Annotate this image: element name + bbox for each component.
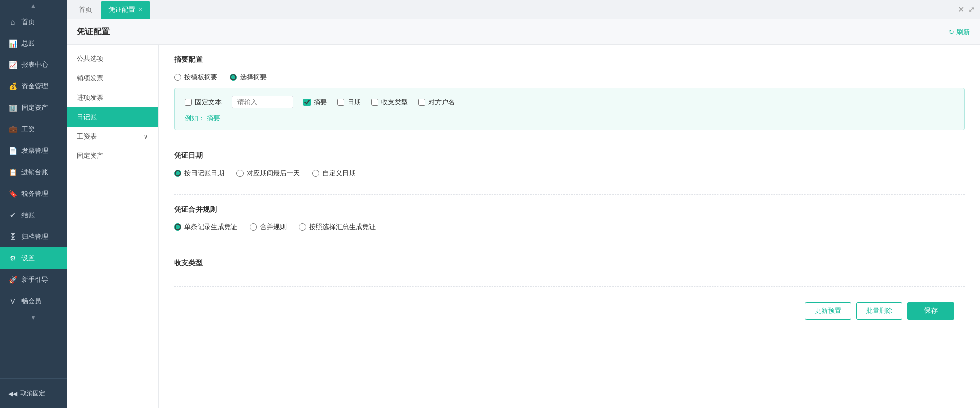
tab-close-icon[interactable]: ✕ bbox=[138, 6, 143, 13]
sidebar-item-ledger[interactable]: 📊 总账 bbox=[0, 33, 67, 54]
sidebar-scroll-up[interactable]: ▲ bbox=[0, 0, 67, 11]
radio-journal-date-input[interactable] bbox=[174, 170, 181, 177]
main-area: 首页 凭证配置 ✕ ✕ ⤢ 凭证配置 ↻ 刷新 公共选项 bbox=[67, 0, 980, 408]
tax-icon: 🔖 bbox=[8, 190, 17, 198]
archive-icon: 🗄 bbox=[8, 233, 17, 241]
nav-journal[interactable]: 日记账 bbox=[67, 107, 158, 127]
voucher-date-title: 凭证日期 bbox=[174, 151, 965, 161]
nav-fixed-assets[interactable]: 固定资产 bbox=[67, 146, 158, 166]
checkbox-date-input[interactable] bbox=[337, 99, 344, 106]
checkbox-summary[interactable]: 摘要 bbox=[303, 98, 327, 107]
nav-sales-invoice[interactable]: 销项发票 bbox=[67, 69, 158, 88]
sidebar-item-guide[interactable]: 🚀 新手引导 bbox=[0, 269, 67, 290]
summary-config-section: 摘要配置 按模板摘要 选择摘要 bbox=[174, 55, 965, 141]
left-nav: 公共选项 销项发票 进项发票 日记账 工资表 ∨ 固定资产 bbox=[67, 45, 159, 408]
window-close-icon[interactable]: ✕ bbox=[957, 5, 964, 14]
voucher-date-radio-group: 按日记账日期 对应期间最后一天 自定义日期 bbox=[174, 169, 965, 178]
window-expand-icon[interactable]: ⤢ bbox=[968, 5, 975, 14]
payroll-icon: 💼 bbox=[8, 125, 17, 133]
sidebar-item-invoice-mgmt[interactable]: 📄 发票管理 bbox=[0, 140, 67, 162]
checkbox-counterparty[interactable]: 对方户名 bbox=[418, 98, 455, 107]
invoice-mgmt-icon: 📄 bbox=[8, 147, 17, 155]
update-preview-button[interactable]: 更新预置 bbox=[805, 302, 851, 320]
summary-config-title: 摘要配置 bbox=[174, 55, 965, 64]
sidebar-item-assets[interactable]: 🏢 固定资产 bbox=[0, 97, 67, 119]
sidebar-item-settlement[interactable]: ✔ 结账 bbox=[0, 205, 67, 226]
radio-select-mode[interactable]: 选择摘要 bbox=[230, 73, 267, 82]
save-button[interactable]: 保存 bbox=[907, 302, 954, 320]
chevron-down-icon: ∨ bbox=[144, 133, 148, 140]
window-controls: ✕ ⤢ bbox=[957, 5, 975, 14]
checkbox-date[interactable]: 日期 bbox=[337, 98, 361, 107]
guide-icon: 🚀 bbox=[8, 276, 17, 284]
funds-icon: 💰 bbox=[8, 82, 17, 90]
summary-checkboxes: 固定文本 摘要 日期 bbox=[185, 96, 954, 108]
checkbox-income-type-input[interactable] bbox=[371, 99, 378, 106]
sidebar-item-settings[interactable]: ⚙ 设置 bbox=[0, 247, 67, 269]
sidebar-item-home[interactable]: ⌂ 首页 bbox=[0, 11, 67, 33]
income-type-title: 收支类型 bbox=[174, 259, 965, 268]
radio-merge-rule-input[interactable] bbox=[250, 223, 257, 231]
sidebar-scroll-down[interactable]: ▼ bbox=[0, 312, 67, 323]
batch-delete-button[interactable]: 批量删除 bbox=[856, 302, 902, 320]
merge-rules-title: 凭证合并规则 bbox=[174, 205, 965, 214]
radio-by-journal-date[interactable]: 按日记账日期 bbox=[174, 169, 224, 178]
settings-icon: ⚙ bbox=[8, 254, 17, 262]
sidebar-item-archive[interactable]: 🗄 归档管理 bbox=[0, 226, 67, 247]
radio-single-record[interactable]: 单条记录生成凭证 bbox=[174, 222, 237, 232]
tab-voucher-config[interactable]: 凭证配置 ✕ bbox=[101, 1, 150, 19]
reports-icon: 📈 bbox=[8, 61, 17, 69]
checkbox-summary-input[interactable] bbox=[303, 99, 311, 106]
voucher-date-section: 凭证日期 按日记账日期 对应期间最后一天 自定义日期 bbox=[174, 151, 965, 195]
purchase-sales-icon: 📋 bbox=[8, 168, 17, 176]
radio-template-input[interactable] bbox=[174, 74, 181, 81]
radio-custom-date[interactable]: 自定义日期 bbox=[312, 169, 356, 178]
sidebar: ▲ ⌂ 首页 📊 总账 📈 报表中心 💰 资金管理 🏢 固定资产 💼 工资 📄 … bbox=[0, 0, 67, 408]
example-text: 例如： 摘要 bbox=[185, 114, 954, 123]
page-header: 凭证配置 ↻ 刷新 bbox=[67, 19, 980, 45]
sidebar-item-purchase-sales[interactable]: 📋 进销台账 bbox=[0, 162, 67, 183]
ledger-icon: 📊 bbox=[8, 39, 17, 48]
checkbox-income-type[interactable]: 收支类型 bbox=[371, 98, 408, 107]
settlement-icon: ✔ bbox=[8, 211, 17, 219]
checkbox-counterparty-input[interactable] bbox=[418, 99, 425, 106]
radio-merge-rule[interactable]: 合并规则 bbox=[250, 222, 287, 232]
nav-purchase-invoice[interactable]: 进项发票 bbox=[67, 88, 158, 107]
action-bar: 更新预置 批量删除 保存 bbox=[174, 297, 965, 325]
nav-public-options[interactable]: 公共选项 bbox=[67, 49, 158, 69]
checkbox-fixed-text-input[interactable] bbox=[185, 99, 192, 106]
refresh-icon: ↻ bbox=[949, 28, 954, 36]
sidebar-bottom: ◀◀ 取消固定 bbox=[0, 378, 67, 408]
merge-rules-section: 凭证合并规则 单条记录生成凭证 合并规则 按照选择汇总生成凭证 bbox=[174, 205, 965, 248]
body-layout: 公共选项 销项发票 进项发票 日记账 工资表 ∨ 固定资产 bbox=[67, 45, 980, 408]
summary-options-box: 固定文本 摘要 日期 bbox=[174, 88, 965, 130]
sidebar-item-funds[interactable]: 💰 资金管理 bbox=[0, 76, 67, 97]
content-area: 凭证配置 ↻ 刷新 公共选项 销项发票 进项发票 日记账 bbox=[67, 19, 980, 408]
radio-template-mode[interactable]: 按模板摘要 bbox=[174, 73, 217, 82]
pin-button[interactable]: ◀◀ 取消固定 bbox=[0, 384, 67, 403]
income-type-section: 收支类型 bbox=[174, 259, 965, 287]
sidebar-item-tax[interactable]: 🔖 税务管理 bbox=[0, 183, 67, 205]
summary-radio-group: 按模板摘要 选择摘要 bbox=[174, 73, 965, 82]
right-content: 摘要配置 按模板摘要 选择摘要 bbox=[159, 45, 980, 408]
assets-icon: 🏢 bbox=[8, 104, 17, 112]
sidebar-item-member[interactable]: V 畅会员 bbox=[0, 290, 67, 312]
radio-last-period-day[interactable]: 对应期间最后一天 bbox=[236, 169, 300, 178]
tab-home[interactable]: 首页 bbox=[72, 1, 99, 19]
fixed-text-input[interactable] bbox=[232, 96, 293, 108]
home-icon: ⌂ bbox=[8, 18, 17, 26]
sidebar-item-reports[interactable]: 📈 报表中心 bbox=[0, 54, 67, 76]
radio-select-summary-input[interactable] bbox=[299, 223, 306, 231]
radio-last-period-input[interactable] bbox=[236, 170, 244, 177]
checkbox-fixed-text[interactable]: 固定文本 bbox=[185, 98, 222, 107]
refresh-button[interactable]: ↻ 刷新 bbox=[949, 28, 970, 37]
sidebar-item-payroll[interactable]: 💼 工资 bbox=[0, 119, 67, 140]
nav-payroll-table[interactable]: 工资表 ∨ bbox=[67, 127, 158, 146]
radio-single-record-input[interactable] bbox=[174, 223, 181, 231]
tab-bar: 首页 凭证配置 ✕ ✕ ⤢ bbox=[67, 0, 980, 19]
radio-custom-date-input[interactable] bbox=[312, 170, 319, 177]
radio-select-summary[interactable]: 按照选择汇总生成凭证 bbox=[299, 222, 376, 232]
merge-rules-radio-group: 单条记录生成凭证 合并规则 按照选择汇总生成凭证 bbox=[174, 222, 965, 232]
member-icon: V bbox=[8, 297, 17, 305]
radio-select-input[interactable] bbox=[230, 74, 237, 81]
